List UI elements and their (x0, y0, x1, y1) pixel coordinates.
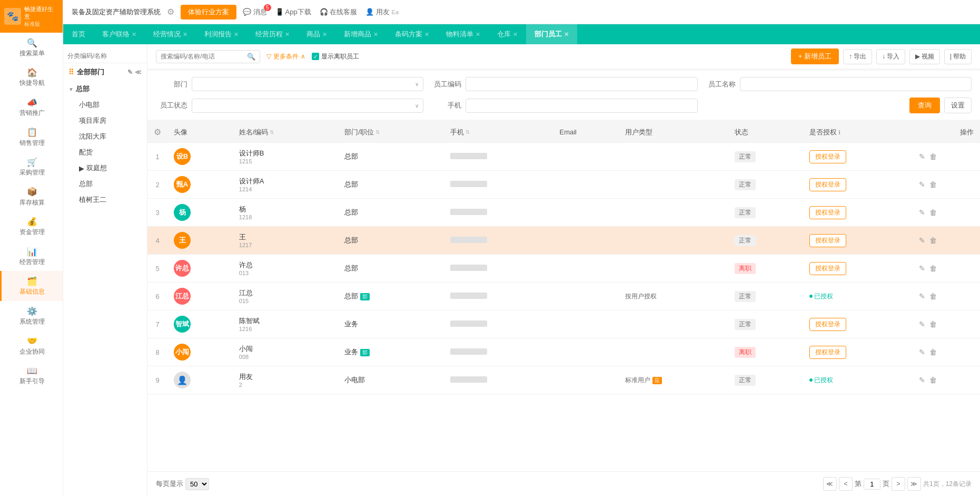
col-name[interactable]: 姓名/编码 ⇅ (233, 122, 338, 143)
gear-icon[interactable]: ⚙ (167, 7, 174, 17)
auth-btn[interactable]: 授权登录 (809, 346, 846, 359)
last-page-btn[interactable]: ≫ (907, 477, 921, 491)
delete-icon[interactable]: 🗑 (929, 208, 937, 217)
dept-input[interactable] (196, 80, 413, 88)
delete-icon[interactable]: 🗑 (929, 348, 937, 356)
help-btn[interactable]: | 帮助 (944, 49, 972, 64)
delete-icon[interactable]: 🗑 (929, 320, 937, 328)
sidebar-item-guide[interactable]: 📖 新手引导 (0, 361, 63, 391)
tab-profit[interactable]: 利润报告 ✕ (196, 24, 247, 44)
tab-bom[interactable]: 物料清单 ✕ (438, 24, 489, 44)
edit-icon[interactable]: ✎ (919, 348, 925, 356)
edit-icon[interactable]: ✎ (919, 376, 925, 384)
page-number-input[interactable] (864, 479, 880, 490)
tab-dept-employee[interactable]: 部门员工 ✕ (526, 24, 577, 44)
tab-add-goods[interactable]: 新增商品 ✕ (335, 24, 387, 44)
tree-search-input[interactable] (67, 52, 146, 60)
prev-page-btn[interactable]: < (839, 477, 853, 491)
tab-history[interactable]: 经营历程 ✕ (247, 24, 298, 44)
col-settings-icon[interactable]: ⚙ (154, 128, 161, 137)
delete-icon[interactable]: 🗑 (929, 264, 937, 273)
tree-item-zongbu-parent[interactable]: ▼ 总部 (63, 81, 147, 97)
col-phone[interactable]: 手机 ⇅ (444, 122, 553, 143)
sidebar-item-nav[interactable]: 🏠 快捷导航 (0, 62, 63, 92)
delete-icon[interactable]: 🗑 (929, 292, 937, 300)
phone-input-wrap[interactable] (466, 99, 697, 113)
next-page-btn[interactable]: > (892, 477, 905, 491)
close-tab-customer[interactable]: ✕ (132, 31, 136, 38)
message-btn[interactable]: 💬 5 消息 (243, 7, 267, 17)
delete-icon[interactable]: 🗑 (929, 236, 937, 245)
tree-item-project[interactable]: 项目库房 (63, 113, 147, 129)
sidebar-item-sales[interactable]: 📋 销售管理 (0, 122, 63, 152)
auth-btn[interactable]: 授权登录 (809, 150, 846, 163)
auth-btn[interactable]: 授权登录 (809, 262, 846, 275)
empcode-input[interactable] (470, 80, 692, 88)
tree-item-zhishu[interactable]: 植树王二 (63, 192, 147, 208)
more-conditions-btn[interactable]: ▽ 更多条件 ∧ (266, 52, 305, 61)
close-tab-bom[interactable]: ✕ (476, 31, 480, 38)
delete-icon[interactable]: 🗑 (929, 152, 937, 161)
search-input[interactable] (161, 53, 245, 60)
close-tab-op-status[interactable]: ✕ (183, 31, 187, 38)
page-size-select[interactable]: 50 (185, 478, 209, 490)
first-page-btn[interactable]: ≪ (823, 477, 837, 491)
edit-icon[interactable]: ✎ (919, 208, 925, 217)
edit-icon[interactable]: ✎ (919, 180, 925, 189)
sidebar-item-collab[interactable]: 🤝 企业协同 (0, 330, 63, 361)
show-resigned-toggle[interactable]: ✓ 显示离职员工 (312, 52, 359, 61)
edit-icon[interactable]: ✎ (919, 292, 925, 300)
auth-btn[interactable]: 授权登录 (809, 318, 846, 331)
set-btn[interactable]: 设置 (944, 98, 972, 113)
tab-home[interactable]: 首页 (63, 24, 94, 44)
empcode-input-wrap[interactable] (466, 77, 697, 91)
close-tab-barcode[interactable]: ✕ (424, 31, 429, 38)
app-download-btn[interactable]: 📱 App下载 (275, 7, 311, 17)
sidebar-item-finance[interactable]: 💰 资金管理 (0, 211, 63, 241)
close-tab-add-goods[interactable]: ✕ (373, 31, 378, 38)
search-icon[interactable]: 🔍 (247, 53, 255, 61)
close-tab-history[interactable]: ✕ (285, 31, 290, 38)
close-tab-profit[interactable]: ✕ (234, 31, 239, 38)
export-btn[interactable]: ↑ 导出 (843, 49, 872, 64)
phone-input[interactable] (470, 102, 692, 110)
edit-icon[interactable]: ✎ (919, 320, 925, 328)
tree-item-peihuo[interactable]: 配货 (63, 144, 147, 160)
sidebar-item-system[interactable]: ⚙️ 系统管理 (0, 301, 63, 331)
close-tab-dept[interactable]: ✕ (564, 31, 569, 38)
tree-collapse-icon[interactable]: ≪ (135, 69, 142, 76)
empname-input[interactable] (745, 80, 967, 88)
edit-icon[interactable]: ✎ (919, 264, 925, 273)
sidebar-item-inventory[interactable]: 📦 库存核算 (0, 181, 63, 211)
empname-input-wrap[interactable] (740, 77, 972, 91)
auth-btn[interactable]: 授权登录 (809, 178, 846, 191)
sidebar-item-operation[interactable]: 📊 经营管理 (0, 241, 63, 271)
tree-edit-icon[interactable]: ✎ (127, 69, 133, 76)
video-btn[interactable]: ▶ 视频 (909, 49, 940, 64)
status-input[interactable] (196, 102, 413, 110)
tab-operation-status[interactable]: 经营情况 ✕ (145, 24, 196, 44)
trial-btn[interactable]: 体验行业方案 (181, 5, 236, 20)
import-btn[interactable]: ↓ 导入 (876, 49, 905, 64)
sidebar-item-purchase[interactable]: 🛒 采购管理 (0, 152, 63, 182)
auth-btn[interactable]: 授权登录 (809, 234, 846, 247)
auth-btn[interactable]: 授权登录 (809, 206, 846, 219)
tab-barcode[interactable]: 条码方案 ✕ (387, 24, 438, 44)
online-service-btn[interactable]: 🎧 在线客服 (320, 7, 358, 17)
tree-item-xiaodianbu[interactable]: 小电部 (63, 97, 147, 113)
sidebar-search[interactable]: 🔍 搜索菜单 (0, 33, 63, 63)
delete-icon[interactable]: 🗑 (929, 376, 937, 384)
close-tab-warehouse[interactable]: ✕ (513, 31, 518, 38)
status-select[interactable]: ∨ (192, 99, 423, 113)
query-btn[interactable]: 查询 (909, 98, 940, 113)
tree-item-shenyang[interactable]: 沈阳大库 (63, 129, 147, 144)
close-tab-goods[interactable]: ✕ (322, 31, 327, 38)
tab-goods[interactable]: 商品 ✕ (298, 24, 335, 44)
tree-item-zongbu-sub[interactable]: 总部 (63, 176, 147, 192)
sidebar-item-marketing[interactable]: 📣 营销推广 (0, 92, 63, 122)
edit-icon[interactable]: ✎ (919, 152, 925, 161)
col-dept[interactable]: 部门/职位 ⇅ (338, 122, 443, 143)
tab-warehouse[interactable]: 仓库 ✕ (489, 24, 526, 44)
tree-item-shuangtingxiang[interactable]: ▶ 双庭想 (63, 160, 147, 176)
tab-customer[interactable]: 客户联络 ✕ (94, 24, 145, 44)
